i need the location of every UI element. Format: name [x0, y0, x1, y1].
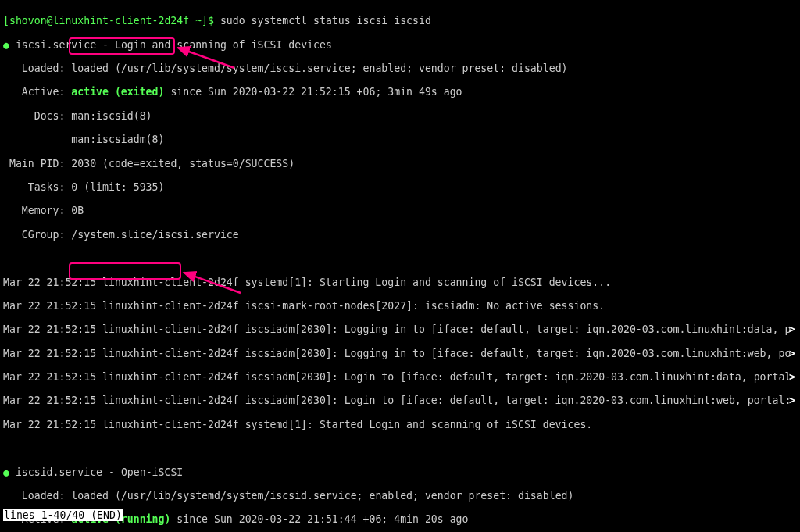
- log-line: Mar 22 21:52:15 linuxhint-client-2d24f s…: [3, 277, 797, 288]
- pager-status: lines 1-40/40 (END): [3, 509, 123, 521]
- active-status-1: active (exited): [71, 86, 164, 98]
- bullet-icon: ●: [3, 466, 9, 478]
- docs-line-1b: man:iscsiadm(8): [3, 134, 797, 145]
- prompt-line: [shovon@linuxhint-client-2d24f ~]$ sudo …: [3, 15, 797, 27]
- blank-line: [3, 442, 797, 454]
- loaded-line-2: Loaded: loaded (/usr/lib/systemd/system/…: [3, 490, 797, 502]
- tasks-line-1: Tasks: 0 (limit: 5935): [3, 181, 797, 193]
- log-line: Mar 22 21:52:15 linuxhint-client-2d24f i…: [3, 300, 797, 312]
- docs-line-1a: Docs: man:iscsid(8): [3, 110, 797, 122]
- log-line: Mar 22 21:52:15 linuxhint-client-2d24f i…: [3, 371, 797, 383]
- command-text: sudo systemctl status iscsi iscsid: [220, 15, 431, 27]
- line-continuation-icon: >: [789, 323, 795, 335]
- blank-line: [3, 252, 797, 264]
- service-header-2: ● iscsid.service - Open-iSCSI: [3, 466, 797, 478]
- log-line: Mar 22 21:52:15 linuxhint-client-2d24f i…: [3, 323, 797, 335]
- cgroup-line-1: CGroup: /system.slice/iscsi.service: [3, 229, 797, 241]
- service-header-1: ● iscsi.service - Login and scanning of …: [3, 39, 797, 51]
- prompt-user-host: [shovon@linuxhint-client-2d24f ~]$: [3, 15, 214, 27]
- loaded-line-1: Loaded: loaded (/usr/lib/systemd/system/…: [3, 62, 797, 74]
- line-continuation-icon: >: [789, 371, 795, 383]
- log-line: Mar 22 21:52:15 linuxhint-client-2d24f i…: [3, 348, 797, 359]
- bullet-icon: ●: [3, 39, 9, 51]
- memory-line-1: Memory: 0B: [3, 205, 797, 216]
- mainpid-line-1: Main PID: 2030 (code=exited, status=0/SU…: [3, 158, 797, 170]
- log-line: Mar 22 21:52:15 linuxhint-client-2d24f s…: [3, 419, 797, 430]
- line-continuation-icon: >: [789, 395, 795, 406]
- terminal[interactable]: [shovon@linuxhint-client-2d24f ~]$ sudo …: [0, 0, 800, 532]
- log-line: Mar 22 21:52:15 linuxhint-client-2d24f i…: [3, 395, 797, 406]
- line-continuation-icon: >: [789, 348, 795, 359]
- active-line-1: Active: active (exited) since Sun 2020-0…: [3, 86, 797, 98]
